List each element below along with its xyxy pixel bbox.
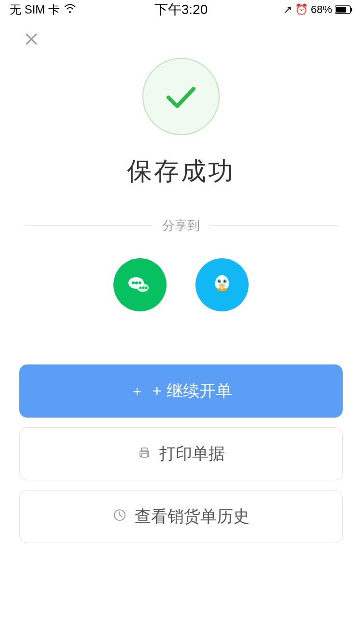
svg-point-21 xyxy=(215,282,219,288)
svg-point-10 xyxy=(139,287,142,289)
printer-icon xyxy=(137,445,152,463)
svg-point-23 xyxy=(217,288,222,291)
divider-line-left xyxy=(24,225,153,226)
print-button-label: 打印单据 xyxy=(159,443,225,465)
svg-point-7 xyxy=(135,281,138,284)
divider-line-right xyxy=(209,225,338,226)
continue-button[interactable]: ＋ + 继续开单 xyxy=(19,364,343,418)
svg-point-28 xyxy=(147,452,148,453)
svg-point-12 xyxy=(145,287,148,289)
checkmark-icon xyxy=(162,77,200,116)
history-button-label: 查看销货单历史 xyxy=(135,505,250,528)
continue-button-label: + 继续开单 xyxy=(152,380,232,402)
status-bar: 无 SIM 卡 下午3:20 ↗ ⏰ 68% xyxy=(0,0,362,19)
success-icon-circle xyxy=(142,58,220,135)
svg-rect-1 xyxy=(350,8,352,12)
close-button[interactable] xyxy=(19,27,43,51)
location-icon: ↗ xyxy=(283,3,292,16)
alarm-icon: ⏰ xyxy=(295,3,308,16)
history-button[interactable]: 查看销货单历史 xyxy=(19,490,343,543)
wechat-share-button[interactable] xyxy=(113,258,167,311)
history-icon xyxy=(112,508,127,526)
plus-icon: ＋ xyxy=(130,381,144,401)
status-time: 下午3:20 xyxy=(154,0,208,19)
svg-rect-27 xyxy=(141,454,147,457)
status-left: 无 SIM 卡 xyxy=(10,2,76,17)
qq-share-button[interactable] xyxy=(195,258,249,311)
share-divider: 分享到 xyxy=(24,217,338,234)
share-section: 分享到 xyxy=(0,217,362,321)
svg-point-19 xyxy=(225,280,226,281)
success-title: 保存成功 xyxy=(127,154,235,188)
battery-text: 68% xyxy=(311,3,332,16)
svg-point-11 xyxy=(142,287,145,289)
svg-point-16 xyxy=(219,280,220,281)
buttons-section: ＋ + 继续开单 打印单据 查看销货单历 xyxy=(0,364,362,543)
share-icons-row xyxy=(24,258,338,311)
svg-rect-26 xyxy=(141,448,147,452)
wifi-icon xyxy=(64,3,76,16)
status-right: ↗ ⏰ 68% xyxy=(283,3,352,16)
svg-rect-2 xyxy=(336,7,346,13)
no-sim-text: 无 SIM 卡 xyxy=(10,2,60,17)
svg-point-24 xyxy=(222,288,227,291)
main-content: 保存成功 分享到 xyxy=(0,19,362,543)
svg-point-22 xyxy=(225,282,229,288)
print-button[interactable]: 打印单据 xyxy=(19,427,343,480)
svg-point-6 xyxy=(132,281,135,284)
battery-icon xyxy=(335,5,352,14)
share-label: 分享到 xyxy=(162,217,200,234)
